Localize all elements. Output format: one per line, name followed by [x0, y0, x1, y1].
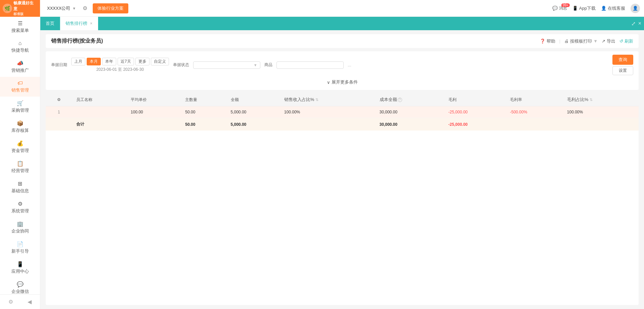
footer-qty: 50.00 [181, 118, 226, 131]
sidebar-item-operation[interactable]: 📋 经营管理 [0, 157, 40, 177]
print-button[interactable]: 🖨 按模板打印 ▼ [564, 38, 598, 44]
topbar-avatar[interactable]: 👤 [631, 4, 640, 13]
weixin-icon: 💬 [17, 281, 24, 288]
sidebar-collapse-btn[interactable]: ◀ [26, 297, 33, 306]
footer-amount: 5,000.00 [227, 118, 280, 131]
sidebar-item-purchase[interactable]: 🛒 采购管理 [0, 97, 40, 117]
logo-title: 畅康通好生意 [13, 0, 37, 12]
status-filter-select[interactable]: ▼ [193, 61, 260, 69]
sidebar-item-basic[interactable]: ⊞ 基础信息 [0, 177, 40, 197]
trial-button[interactable]: 体验行业方案 [93, 3, 128, 13]
footer-gross: -25,000.00 [444, 118, 506, 131]
goods-filter-input[interactable] [276, 61, 344, 69]
sidebar-item-guide[interactable]: 📄 新手引导 [0, 238, 40, 258]
sidebar-item-collab[interactable]: 🏢 企业协同 [0, 217, 40, 238]
date-btn-custom[interactable]: 自定义 [151, 58, 169, 65]
expand-more-button[interactable]: ∨ 展开更多条件 [327, 78, 358, 87]
date-filter-btns: 上月 本月 本年 近7天 更多 自定义 [71, 58, 169, 65]
service-icon: 👤 [601, 6, 606, 11]
cost-help-icon[interactable]: ? [398, 98, 402, 102]
sidebar: 🌿 畅康通好生意 标准版 ☰ 搜索菜单 ⌂ 快捷导航 📣 营销推广 🏷 销售管理… [0, 0, 40, 309]
sales-pct-label: 销售收入占比% [284, 97, 314, 102]
app-download-label: App下载 [579, 5, 596, 11]
sidebar-footer: ⚙ ◀ [0, 294, 40, 309]
tab-close-all-icon[interactable]: × [638, 20, 641, 27]
logo-sub: 标准版 [13, 12, 37, 16]
home-icon: ⌂ [18, 40, 22, 46]
page-actions: ❓ 帮助 | 🖨 按模板打印 ▼ ↗ 导出 ↺ 刷新 [540, 38, 633, 44]
basic-icon: ⊞ [18, 181, 22, 187]
cell-cost: 30,000.00 [376, 106, 444, 118]
date-range-display: 2023-06-01 至 2023-06-30 [96, 67, 144, 72]
sales-pct-sort-icon[interactable]: ⇅ [315, 98, 318, 102]
main-area: XXXXX公司 ▼ ⚙ 体验行业方案 💬 消息 99+ 📱 App下载 👤 在线… [40, 0, 644, 309]
sidebar-item-weixin[interactable]: 💬 企业微信 [0, 278, 40, 294]
message-icon: 💬 [552, 6, 558, 11]
filter-ellipsis[interactable]: ... [348, 62, 351, 67]
tab-sales-rank[interactable]: 销售排行榜 × [60, 17, 98, 30]
sidebar-item-label: 基础信息 [11, 188, 29, 194]
sidebar-item-shortcut[interactable]: ⌂ 快捷导航 [0, 37, 40, 57]
sidebar-item-inventory[interactable]: 📦 库存核算 [0, 117, 40, 137]
sidebar-item-sales[interactable]: 🏷 销售管理 [0, 77, 40, 97]
date-btn-this-year[interactable]: 本年 [102, 58, 116, 65]
sidebar-item-label: 系统管理 [11, 208, 29, 214]
topbar-app-download[interactable]: 📱 App下载 [572, 5, 596, 11]
sidebar-item-search[interactable]: ☰ 搜索菜单 [0, 17, 40, 37]
sidebar-item-label: 经营管理 [11, 168, 29, 174]
date-btn-last-month[interactable]: 上月 [71, 58, 85, 65]
sidebar-item-label: 搜索菜单 [11, 28, 29, 34]
date-btn-more[interactable]: 更多 [135, 58, 149, 65]
export-button[interactable]: ↗ 导出 [602, 38, 615, 44]
cell-gross-rate: -500.00% [506, 106, 563, 118]
filter-expand-row: ∨ 展开更多条件 [51, 78, 633, 87]
column-gross-rate: 毛利率 [506, 93, 563, 106]
company-selector[interactable]: XXXXX公司 ▼ [44, 4, 79, 13]
table-head: ⚙ 员工名称 平均单价 主数量 全额 销售收入占比% ⇅ 成本全额 ? [46, 93, 639, 106]
topbar-settings-icon[interactable]: ⚙ [83, 5, 87, 11]
column-cost: 成本全额 ? [376, 93, 444, 106]
topbar-online-service[interactable]: 👤 在线客服 [601, 5, 625, 11]
help-label: 帮助 [547, 38, 555, 44]
sidebar-item-finance[interactable]: 💰 资金管理 [0, 137, 40, 157]
sidebar-item-label: 采购管理 [11, 107, 29, 113]
column-qty: 主数量 [181, 93, 226, 106]
date-btn-7days[interactable]: 近7天 [118, 58, 134, 65]
sidebar-item-system[interactable]: ⚙ 系统管理 [0, 197, 40, 217]
sidebar-item-label: 快捷导航 [11, 47, 29, 53]
query-button[interactable]: 查询 [612, 55, 633, 65]
column-amount: 全额 [227, 93, 280, 106]
cell-avg-price: 100.00 [127, 106, 181, 118]
sidebar-item-label: 企业协同 [11, 228, 29, 234]
table-row: 1 100.00 50.00 5,000.00 100.00% 30,000.0… [46, 106, 639, 118]
tab-maximize-icon[interactable]: ⤢ [631, 20, 636, 27]
sidebar-item-marketing[interactable]: 📣 营销推广 [0, 57, 40, 77]
column-gear[interactable]: ⚙ [46, 93, 72, 106]
filter-row-1: 单据日期 上月 本月 本年 近7天 更多 自定义 2023-06-01 至 20… [51, 55, 633, 75]
date-btn-this-month[interactable]: 本月 [87, 58, 101, 65]
goods-input-placeholder [280, 63, 281, 67]
search-menu-icon: ☰ [18, 20, 23, 27]
status-select-value [196, 63, 252, 67]
marketing-icon: 📣 [17, 60, 24, 66]
topbar-message-btn[interactable]: 💬 消息 99+ [552, 5, 567, 11]
tab-home[interactable]: 首页 [40, 17, 60, 30]
sidebar-item-label: 资金管理 [11, 148, 29, 154]
filter-settings-button[interactable]: 设置 [612, 66, 633, 75]
filter-bar: 单据日期 上月 本月 本年 近7天 更多 自定义 2023-06-01 至 20… [46, 51, 639, 90]
refresh-button[interactable]: ↺ 刷新 [619, 38, 633, 44]
sidebar-settings-btn[interactable]: ⚙ [7, 297, 14, 306]
print-icon: 🖨 [564, 39, 569, 44]
service-label: 在线客服 [608, 5, 625, 11]
help-button[interactable]: ❓ 帮助 [540, 38, 555, 44]
topbar-right: 💬 消息 99+ 📱 App下载 👤 在线客服 👤 [552, 4, 640, 13]
export-icon: ↗ [602, 39, 605, 44]
refresh-icon: ↺ [619, 39, 623, 44]
cell-sales-pct: 100.00% [280, 106, 376, 118]
sidebar-item-appcenter[interactable]: 📱 应用中心 [0, 258, 40, 278]
tab-close-icon[interactable]: × [90, 21, 92, 26]
tab-home-label: 首页 [46, 20, 54, 27]
gross-pct-sort-icon[interactable]: ⇅ [590, 98, 593, 102]
query-btn-row: 查询 设置 [612, 55, 633, 75]
status-filter-label: 单据状态 [173, 62, 189, 68]
